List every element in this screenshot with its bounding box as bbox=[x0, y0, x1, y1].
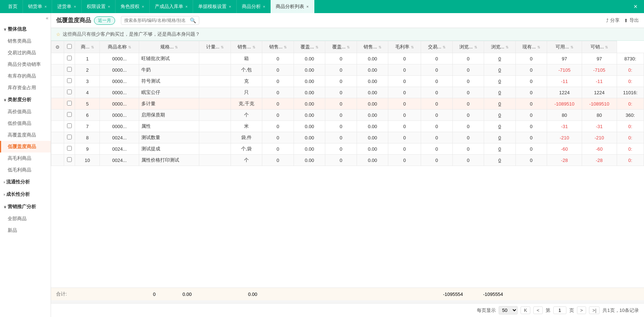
sort-icon[interactable]: ⇅ bbox=[605, 45, 608, 49]
page-number-input[interactable] bbox=[553, 306, 566, 314]
per-page-label: 每页显示 bbox=[477, 307, 496, 314]
filter-period-button[interactable]: 近一月 bbox=[94, 16, 115, 25]
sidebar-item-all-goods[interactable]: 全部商品 bbox=[0, 213, 51, 225]
total-sales-amt: 0.00 bbox=[173, 292, 202, 297]
sort-icon[interactable]: ⇅ bbox=[443, 45, 445, 49]
close-icon[interactable]: × bbox=[142, 4, 144, 9]
sales2-column-header: 销售... ⇅ bbox=[357, 41, 388, 53]
sidebar-section-marketing[interactable]: ∨ 营销推广分析 bbox=[0, 201, 51, 213]
sort-icon[interactable]: ⇅ bbox=[474, 45, 477, 49]
close-icon[interactable]: × bbox=[108, 4, 110, 9]
search-icon[interactable]: 🔍 bbox=[190, 17, 196, 23]
cov1-column-header: 覆盖... ⇅ bbox=[294, 41, 325, 53]
sort-icon[interactable]: ⇅ bbox=[570, 45, 573, 49]
sidebar-item-inventory-capital[interactable]: 库存资金占用 bbox=[0, 82, 51, 94]
table-row: 50000...多计量克,千克00.0000.0000000-1089510-1… bbox=[51, 98, 644, 110]
first-page-button[interactable]: K bbox=[521, 306, 530, 314]
sidebar-section-overall[interactable]: ∨ 整体信息 bbox=[0, 23, 51, 35]
sort-icon[interactable]: ⇅ bbox=[537, 45, 540, 49]
sidebar-item-new-goods[interactable]: 新品 bbox=[0, 225, 51, 236]
sort-icon[interactable]: ⇅ bbox=[411, 45, 414, 49]
sidebar-section-coverage[interactable]: ∨ 类射度分析 bbox=[0, 94, 51, 106]
footer-total-bar: 合计: 0 0.00 0.00 -1095554 -1095554 bbox=[51, 288, 644, 300]
sidebar-item-high-coverage[interactable]: 高覆盖度商品 bbox=[0, 129, 51, 141]
sidebar-item-low-margin[interactable]: 低毛利商品 bbox=[0, 164, 51, 176]
page-unit: 页 bbox=[569, 307, 574, 314]
sort-icon[interactable]: ⇅ bbox=[175, 45, 178, 49]
sidebar-section-growth[interactable]: › 成长性分析 bbox=[0, 188, 51, 201]
sort-icon[interactable]: ⇅ bbox=[91, 45, 94, 49]
prev-page-button[interactable]: < bbox=[533, 306, 543, 314]
sort-icon[interactable]: ⇅ bbox=[128, 45, 131, 49]
close-icon[interactable]: × bbox=[306, 4, 309, 9]
sidebar-item-low-value[interactable]: 低价值商品 bbox=[0, 118, 51, 129]
table-row: 60000...启用保质期个00.0000.00000008080360: bbox=[51, 110, 644, 121]
search-input[interactable] bbox=[124, 18, 190, 23]
sidebar-item-high-value[interactable]: 高价值商品 bbox=[0, 106, 51, 118]
nav-role-auth[interactable]: 角色授权 × bbox=[115, 0, 149, 13]
table-row: 20000...牛奶个,包00.0000.0000000-7105-71050: bbox=[51, 64, 644, 76]
nav-home[interactable]: 首页 bbox=[3, 0, 23, 13]
nav-product-analysis[interactable]: 商品分析 × bbox=[237, 0, 271, 13]
sort-icon[interactable]: ⇅ bbox=[252, 45, 255, 49]
sidebar-item-stocked-goods[interactable]: 有库存的商品 bbox=[0, 70, 51, 82]
total-label: 合计: bbox=[56, 291, 67, 297]
main-area: « ∨ 整体信息 销售类商品 交易过的商品 商品分类动销率 有库存的商品 库存资… bbox=[0, 13, 644, 317]
sales-amt-column-header: 销售... ⇅ bbox=[262, 41, 294, 53]
select-all-checkbox[interactable] bbox=[67, 44, 72, 49]
search-box: 🔍 bbox=[121, 16, 199, 25]
export-icon: ⬆ bbox=[624, 18, 628, 23]
total-info: 共1页，10条记录 bbox=[602, 307, 639, 314]
next-page-button[interactable]: > bbox=[577, 306, 586, 314]
settings-column-header[interactable]: ⚙ bbox=[51, 41, 64, 53]
share-icon: ⤴ bbox=[606, 18, 609, 23]
data-table: ⚙ 商... ⇅ 商品名称 ⇅ 规格... ⇅ 计量... ⇅ 销售... ⇅ … bbox=[51, 41, 644, 166]
sort-icon[interactable]: ⇅ bbox=[347, 45, 350, 49]
content-area: 低覆盖度商品 近一月 🔍 ⤴ 分享 ⬆ 导出 ☆ 这些商品只有很少客户购买过，是… bbox=[51, 13, 644, 317]
sort-icon[interactable]: ⇅ bbox=[315, 45, 318, 49]
sort-icon[interactable]: ⇅ bbox=[284, 45, 287, 49]
sidebar-item-high-margin[interactable]: 高毛利商品 bbox=[0, 152, 51, 164]
nav-template-settings[interactable]: 单据模板设置 × bbox=[193, 0, 236, 13]
sidebar-section-circulation[interactable]: › 流通性分析 bbox=[0, 176, 51, 188]
sort-icon[interactable]: ⇅ bbox=[506, 45, 508, 49]
pagination-bar: 每页显示 50 10 20 100 K < 第 页 > >| 共1页，10条记录 bbox=[51, 303, 644, 317]
total-current-stock: -1095554 bbox=[435, 292, 471, 297]
chevron-right-icon: › bbox=[4, 180, 5, 184]
table-header-row: ⚙ 商... ⇅ 商品名称 ⇅ 规格... ⇅ 计量... ⇅ 销售... ⇅ … bbox=[51, 41, 644, 53]
table-row: 10000...旺辅批次测试箱00.0000.000000097978730: bbox=[51, 53, 644, 64]
share-button[interactable]: ⤴ 分享 bbox=[606, 17, 620, 24]
sidebar-item-category-rate[interactable]: 商品分类动销率 bbox=[0, 59, 51, 70]
nav-product-analysis-list[interactable]: 商品分析列表 × bbox=[271, 0, 314, 13]
total-sales-qty: 0 bbox=[140, 292, 169, 297]
last-page-button[interactable]: >| bbox=[589, 306, 600, 314]
page-title: 低覆盖度商品 bbox=[56, 17, 91, 24]
horizontal-scrollbar[interactable] bbox=[51, 300, 644, 303]
sidebar-collapse-button[interactable]: « bbox=[0, 13, 51, 23]
close-icon[interactable]: × bbox=[263, 4, 265, 9]
sort-icon[interactable]: ⇅ bbox=[221, 45, 224, 49]
top-navigation: 首页 销货单 × 进货单 × 权限设置 × 角色授权 × 产成品入库单 × 单据… bbox=[0, 0, 644, 13]
sort-icon[interactable]: ⇅ bbox=[378, 45, 381, 49]
nav-purchase-order[interactable]: 进货单 × bbox=[52, 0, 81, 13]
close-icon[interactable]: × bbox=[185, 4, 188, 9]
sidebar-item-sales-goods[interactable]: 销售类商品 bbox=[0, 35, 51, 47]
checkbox-column-header[interactable] bbox=[64, 41, 75, 53]
per-page-select[interactable]: 50 10 20 100 bbox=[499, 306, 518, 314]
settings-icon[interactable]: ⚙ bbox=[55, 44, 60, 50]
nav-sales-order[interactable]: 销货单 × bbox=[23, 0, 52, 13]
chevron-right-icon: › bbox=[4, 193, 5, 197]
browse1-column-header: 浏览... ⇅ bbox=[452, 41, 484, 53]
nav-product-inbound[interactable]: 产成品入库单 × bbox=[150, 0, 193, 13]
close-icon[interactable]: × bbox=[44, 4, 47, 9]
export-button[interactable]: ⬆ 导出 bbox=[624, 17, 639, 24]
close-icon[interactable]: × bbox=[229, 4, 231, 9]
window-close-button[interactable]: × bbox=[630, 3, 641, 11]
available-column-header: 可用... ⇅ bbox=[547, 41, 582, 53]
close-icon[interactable]: × bbox=[74, 4, 76, 9]
table-row: 70000...属性米00.0000.0000000-31-310: bbox=[51, 121, 644, 132]
chevron-down-icon: ∨ bbox=[4, 205, 6, 209]
sidebar-item-traded-goods[interactable]: 交易过的商品 bbox=[0, 47, 51, 59]
sidebar-item-low-coverage[interactable]: 低覆盖度商品 bbox=[0, 141, 51, 152]
nav-permissions[interactable]: 权限设置 × bbox=[82, 0, 115, 13]
